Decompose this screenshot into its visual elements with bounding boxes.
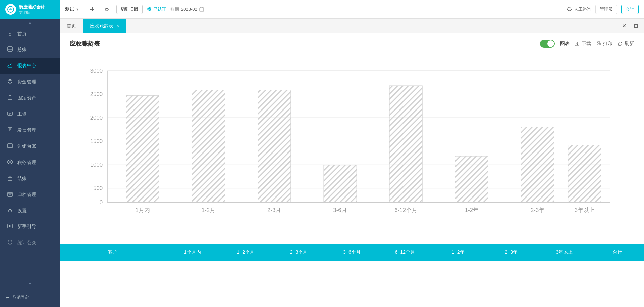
support-btn[interactable]: 人工咨询 [567, 6, 591, 12]
tab-close-icon[interactable]: ✕ [619, 20, 629, 31]
content-area: 应收账龄表 图表 下载 [60, 33, 644, 307]
svg-text:1-2月: 1-2月 [202, 207, 215, 213]
sidebar-item-reports[interactable]: 报表中心 [0, 58, 60, 74]
scroll-down-icon[interactable]: ▼ [28, 281, 32, 286]
refresh-icon [618, 41, 623, 46]
svg-rect-1 [8, 47, 12, 51]
svg-marker-25 [9, 225, 11, 227]
th-1-2month: 1~2个月 [219, 244, 272, 261]
sidebar-nav: ▲ ⌂ 首页 总账 报表中心 [0, 19, 60, 280]
topbar: 测试 ▾ 切到旧版 已认证 账期 2023-02 [60, 0, 644, 19]
payroll-icon [7, 111, 13, 118]
ledger-icon [7, 46, 13, 53]
sidebar-item-home[interactable]: ⌂ 首页 [0, 26, 60, 42]
download-icon [575, 41, 580, 46]
svg-rect-38 [567, 9, 568, 10]
tab-expand-icon[interactable] [631, 20, 641, 31]
topbar-divider-1 [83, 6, 83, 13]
th-1month: 1个月内 [166, 244, 219, 261]
svg-rect-61 [192, 90, 225, 203]
header-actions: 图表 下载 [540, 40, 634, 48]
svg-text:2-3年: 2-3年 [531, 207, 544, 213]
tab-close-btn[interactable]: ✕ [116, 24, 119, 28]
sidebar-item-inout[interactable]: 进销台账 [0, 138, 60, 155]
svg-text:税: 税 [9, 161, 12, 164]
close-accounts-icon [7, 175, 13, 182]
sidebar-item-tax[interactable]: 税 税务管理 [0, 155, 60, 171]
sidebar-item-invoice[interactable]: 发票管理 [0, 122, 60, 138]
th-customer: 客户 [60, 244, 166, 261]
print-btn[interactable]: 打印 [596, 41, 612, 47]
tabbar: 首页 应收账龄表 ✕ ✕ [60, 19, 644, 33]
table-header: 客户 1个月内 1~2个月 2~3个月 3~6个月 6~12个月 1~2年 2~… [60, 244, 644, 261]
settings-icon: ⚙ [7, 208, 13, 214]
chart-svg: 0 500 1000 1500 2000 2500 3000 [70, 56, 634, 235]
calendar-icon[interactable] [199, 7, 204, 12]
extra-icon [7, 239, 13, 246]
archive-icon [7, 191, 13, 198]
svg-rect-65 [324, 165, 357, 203]
tab-aging[interactable]: 应收账龄表 ✕ [83, 19, 126, 33]
tab-home[interactable]: 首页 [60, 19, 83, 33]
logo-icon [5, 4, 16, 15]
tab-corner-btns: ✕ [619, 20, 644, 31]
svg-text:1月内: 1月内 [136, 207, 150, 213]
period-info: 账期 2023-02 [170, 6, 204, 12]
svg-rect-69 [455, 156, 488, 202]
logo-text: 畅捷通好会计 专业版 [19, 4, 45, 15]
svg-point-28 [10, 243, 10, 244]
chart-toggle-label: 图表 [560, 41, 570, 47]
svg-rect-63 [258, 90, 291, 203]
settings-btn[interactable] [102, 4, 112, 15]
sidebar-logo: 畅捷通好会计 专业版 [0, 0, 60, 19]
sidebar-item-assets[interactable]: 固定资产 [0, 90, 60, 106]
sidebar-item-ledger[interactable]: 总账 [0, 42, 60, 58]
role-btn[interactable]: 会计 [621, 5, 639, 14]
switch-version-btn[interactable]: 切到旧版 [116, 5, 143, 14]
svg-text:2-3月: 2-3月 [267, 207, 281, 213]
svg-rect-8 [8, 112, 12, 115]
svg-rect-15 [8, 144, 12, 148]
sidebar-item-funds[interactable]: 资金管理 [0, 74, 60, 90]
download-btn[interactable]: 下载 [575, 41, 591, 47]
svg-text:3000: 3000 [90, 68, 103, 74]
th-1-2year: 1~2年 [432, 244, 485, 261]
sidebar-item-payroll[interactable]: 工资 [0, 106, 60, 122]
invoice-icon [7, 127, 13, 134]
add-btn[interactable] [87, 4, 98, 15]
th-total: 合计 [591, 244, 644, 261]
th-3-6month: 3~6个月 [325, 244, 378, 261]
refresh-btn[interactable]: 刷新 [618, 41, 634, 47]
chart-toggle[interactable] [540, 40, 555, 48]
sidebar-item-extra[interactable]: 统计公众 [0, 235, 60, 251]
headset-icon [567, 7, 572, 12]
sidebar-item-archive[interactable]: 归档管理 [0, 187, 60, 203]
svg-rect-73 [568, 145, 601, 203]
home-icon: ⌂ [7, 31, 13, 37]
print-icon [596, 41, 601, 46]
svg-text:1500: 1500 [90, 138, 103, 144]
scroll-up-icon[interactable]: ▲ [28, 20, 32, 25]
cancel-fixed-btn[interactable]: 取消固定 [0, 291, 60, 304]
svg-point-20 [10, 179, 11, 180]
svg-rect-33 [200, 8, 204, 11]
verified-badge: 已认证 [147, 6, 166, 12]
svg-text:0: 0 [100, 199, 103, 206]
svg-rect-7 [8, 97, 12, 100]
sidebar-item-settings[interactable]: ⚙ 设置 [0, 203, 60, 219]
sidebar-item-newbie[interactable]: 新手引导 [0, 219, 60, 235]
page-content: 应收账龄表 图表 下载 [60, 33, 644, 307]
svg-rect-71 [521, 127, 554, 202]
company-selector[interactable]: 测试 ▾ [65, 6, 78, 12]
svg-text:6-12个月: 6-12个月 [394, 207, 417, 213]
svg-text:1000: 1000 [90, 162, 103, 168]
sidebar-item-close[interactable]: 结账 [0, 171, 60, 187]
topbar-right: 人工咨询 管理员 会计 [567, 5, 639, 14]
svg-marker-29 [6, 296, 9, 299]
th-3year-plus: 3年以上 [538, 244, 591, 261]
th-2-3year: 2~3年 [485, 244, 538, 261]
user-btn[interactable]: 管理员 [595, 5, 617, 14]
chevron-down-icon: ▾ [76, 7, 78, 12]
svg-text:3年以上: 3年以上 [575, 207, 595, 213]
sidebar-bottom: 取消固定 [0, 288, 60, 307]
